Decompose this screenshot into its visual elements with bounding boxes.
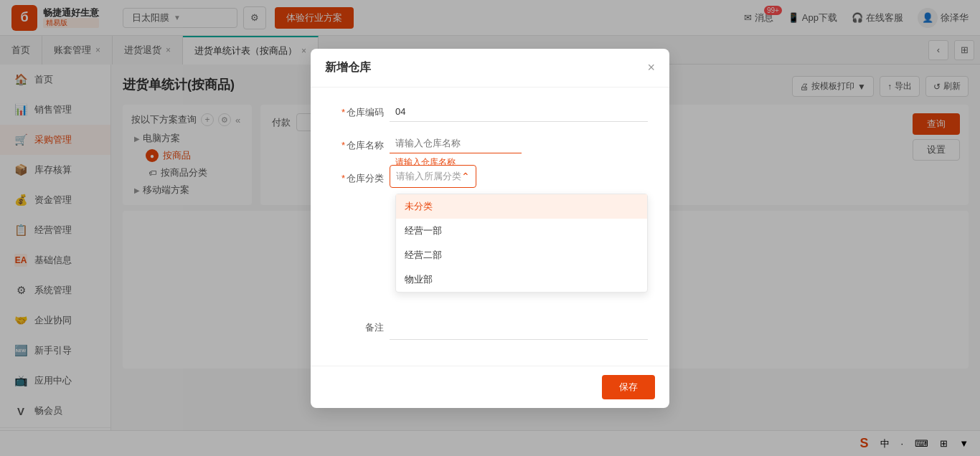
name-label: 仓库名称	[332, 135, 390, 152]
modal-overlay: 新增仓库 × 仓库编码 仓库名称 请输入仓库名称 仓库分类	[0, 0, 980, 456]
name-input[interactable]	[390, 133, 522, 153]
warehouse-category-row: 仓库分类 请输入所属分类 ⌃ 未分类 经营一部 经营二部 物业部	[332, 165, 648, 188]
modal-close-button[interactable]: ×	[647, 60, 655, 75]
modal-header: 新增仓库 ×	[311, 49, 669, 87]
code-input[interactable]	[390, 102, 648, 122]
save-button[interactable]: 保存	[602, 375, 655, 399]
modal-body: 仓库编码 仓库名称 请输入仓库名称 仓库分类 请输入所属分类 ⌃	[311, 87, 669, 366]
category-label: 仓库分类	[332, 168, 390, 185]
modal-footer: 保存	[311, 366, 669, 408]
new-warehouse-modal: 新增仓库 × 仓库编码 仓库名称 请输入仓库名称 仓库分类	[311, 49, 669, 408]
warehouse-name-row: 仓库名称 请输入仓库名称	[332, 133, 648, 153]
dropdown-item-dept2[interactable]: 经营二部	[396, 243, 647, 267]
dropdown-item-uncategorized[interactable]: 未分类	[396, 194, 647, 219]
category-placeholder: 请输入所属分类	[396, 170, 461, 183]
warehouse-code-row: 仓库编码	[332, 102, 648, 122]
dropdown-item-dept1[interactable]: 经营一部	[396, 219, 647, 243]
category-dropdown-trigger[interactable]: 请输入所属分类 ⌃	[390, 165, 476, 188]
warehouse-remark-row: 备注	[332, 317, 648, 340]
dropdown-item-property[interactable]: 物业部	[396, 267, 647, 292]
chevron-up-icon: ⌃	[461, 171, 470, 182]
modal-title: 新增仓库	[325, 60, 371, 75]
remark-label: 备注	[332, 317, 390, 334]
code-label: 仓库编码	[332, 102, 390, 119]
category-dropdown-list: 未分类 经营一部 经营二部 物业部	[395, 194, 648, 293]
remark-input[interactable]	[390, 317, 648, 340]
